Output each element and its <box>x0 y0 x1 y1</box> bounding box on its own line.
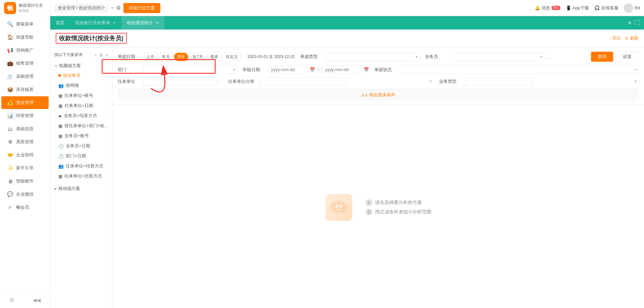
panel-settings-icon[interactable]: ⚙ <box>99 52 103 58</box>
sidebar-item-wechat[interactable]: 💬 企业微信 <box>1 188 49 201</box>
tree-item-by-detail[interactable]: 👥 按明细 <box>50 81 112 91</box>
sidebar-item-purchase[interactable]: 🛒 采购管理 <box>1 70 49 83</box>
username: Rit <box>635 5 640 10</box>
business-type-select[interactable] <box>465 77 532 86</box>
notification-item[interactable]: 🔔 消息 99+ <box>535 5 560 11</box>
tree-mobile-parent[interactable]: ▶ 移动端方案 <box>50 184 112 193</box>
sidebar-item-inventory[interactable]: 📦 库存核算 <box>1 83 49 96</box>
doc-type-select[interactable] <box>326 53 420 61</box>
sidebar-settings-btn[interactable]: ⚙ <box>7 295 16 305</box>
filter-row-3: 往来单位 … 往来单位分类 业务类型 <box>118 77 639 86</box>
panel-header-label: 按以下方案查询 <box>54 52 83 58</box>
empty-steps: 1 请先选择要分析的方案 2 用过滤条件来缩小分析范围 <box>366 199 431 215</box>
tree-item-salesperson-settlement[interactable]: ▰ 业务员+结算方式 <box>50 111 112 121</box>
sidebar-item-marketing[interactable]: 📢 营销推广 <box>1 44 49 57</box>
refresh-btn[interactable]: ↻ 刷新 <box>625 35 639 41</box>
date-btn-this-year[interactable]: 本年 <box>174 53 188 61</box>
date-options-group: 上月 本月 本年 近7天 更多 自定义 <box>143 53 241 61</box>
review-date-end[interactable] <box>322 65 362 74</box>
online-service-item[interactable]: 🎧 在线客服 <box>594 5 619 11</box>
sidebar-bottom: ⚙ ◀◀ <box>0 292 50 308</box>
doc-status-label: 单据状态 <box>374 67 394 73</box>
sidebar-item-quicknav[interactable]: 🏠 快捷导航 <box>1 31 49 44</box>
partner-more-icon[interactable]: … <box>218 79 223 84</box>
sidebar-item-search[interactable]: 🔍 搜索菜单 <box>1 18 49 31</box>
step-1-num: 1 <box>366 199 372 206</box>
tree-item-dept-date[interactable]: 🕐 部门+日期 <box>50 151 112 161</box>
user-item[interactable]: Rit <box>624 3 640 13</box>
sidebar-item-funds[interactable]: 💰 资金管理 <box>1 96 49 109</box>
tree-item-unit-settlement1[interactable]: 👥 往来单位+结算方式 <box>50 161 112 171</box>
tree-item-unit-date[interactable]: ▦ 往来单位+日期 <box>50 101 112 111</box>
filter-row-2: 部门 审核日期 📅 — 📅 单据状态 <box>118 65 639 74</box>
date-btn-more[interactable]: 更多 <box>207 53 221 61</box>
tab-close-all-icon[interactable]: ✕ <box>628 20 632 26</box>
query-btn[interactable]: 查询 <box>591 52 613 62</box>
tree-item-unit-settlement2[interactable]: ▦ 往来单位+结算方式 <box>50 171 112 181</box>
salesperson-select[interactable] <box>450 53 544 61</box>
sidebar-item-member[interactable]: ✓ 畅会员 <box>1 201 49 214</box>
table4-icon: ▦ <box>58 134 62 139</box>
sidebar-collapse-btn[interactable]: ◀◀ <box>31 295 43 305</box>
panel-collapse-icon[interactable]: « <box>105 52 108 58</box>
empty-robot-icon <box>325 194 352 221</box>
tab-bank[interactable]: 现金银行流水查询 ✕ <box>70 16 121 30</box>
collapse-bar[interactable]: ∧∧ 收起更多条件 <box>118 89 639 101</box>
sidebar-item-sales[interactable]: 💼 销售管理 <box>1 57 49 70</box>
tree-item-salesperson-date[interactable]: 🕐 业务员+日期 <box>50 141 112 151</box>
sales-icon: 💼 <box>7 60 13 66</box>
panel-header: 按以下方案查询 + ⚙ « <box>50 50 112 60</box>
doc-status-select[interactable] <box>400 65 639 74</box>
filter-row-1: 单据日期 上月 本月 本年 近7天 更多 自定义 2023-01-01 至 20… <box>118 51 639 62</box>
tab-expand-icon[interactable]: ⛶ <box>635 20 640 26</box>
sidebar-item-guide[interactable]: ✨ 新手引导 <box>1 162 49 174</box>
sidebar-item-enterprise[interactable]: 🤝 企业协同 <box>1 149 49 161</box>
purchase-icon: 🛒 <box>7 73 13 80</box>
tree-item-salesperson-account[interactable]: ▦ 业务员+账号 <box>50 131 112 141</box>
partner-input[interactable] <box>143 77 217 86</box>
tree-desktop: ▼ 电脑端方案 按业务员 👥 按明细 ▦ 往来单位+账号 ▦ <box>50 60 112 183</box>
tree-item-unit-account[interactable]: ▦ 往来单位+账号 <box>50 91 112 101</box>
date-btn-last-month[interactable]: 上月 <box>143 53 157 61</box>
partner-type-select[interactable] <box>260 77 347 86</box>
date-btn-this-month[interactable]: 本月 <box>159 53 173 61</box>
dept-select[interactable] <box>143 65 237 74</box>
calendar-end-icon[interactable]: 📅 <box>364 67 369 72</box>
settings-btn[interactable]: 设置 <box>616 51 639 62</box>
calendar-start-icon[interactable]: 📅 <box>310 67 315 72</box>
tab-home[interactable]: 首页 <box>50 16 70 30</box>
table2-icon: ▦ <box>58 103 62 108</box>
topbar-settings-icon[interactable]: ⚙ <box>116 5 121 11</box>
guide-icon: ✨ <box>7 165 13 171</box>
tab-bank-close-icon[interactable]: ✕ <box>113 20 116 25</box>
tree-arrow-down-icon: ▼ <box>54 64 58 68</box>
sidebar-item-basic[interactable]: 🗂 基础信息 <box>1 122 49 135</box>
date-btn-custom[interactable]: 自定义 <box>223 53 241 61</box>
salesperson-more-icon[interactable]: … <box>546 54 550 59</box>
export-btn[interactable]: ↑ 导出 <box>609 35 621 41</box>
empty-state: 1 请先选择要分析的方案 2 用过滤条件来缩小分析范围 <box>112 105 644 308</box>
people2-icon: 👥 <box>58 164 64 169</box>
export-icon: ↑ <box>609 36 611 41</box>
sidebar-nav: 🔍 搜索菜单 🏠 快捷导航 📢 营销推广 💼 销售管理 🛒 采购管理 📦 库存核… <box>0 16 50 292</box>
sidebar-item-operations[interactable]: 📊 经营管理 <box>1 109 49 122</box>
review-date-start[interactable] <box>268 65 308 74</box>
date-btn-last7[interactable]: 近7天 <box>190 53 206 61</box>
sidebar-item-hardware[interactable]: 🖥 智能硬件 <box>1 175 49 188</box>
sidebar-item-system[interactable]: ⚙ 系统管理 <box>1 136 49 148</box>
doc-type-label: 单据类型 <box>300 54 320 60</box>
tree-item-unit-dept-receipt[interactable]: ▦ 按往来单位+部门+收... <box>50 121 112 131</box>
business-type-label: 业务类型 <box>439 79 459 85</box>
step-2-num: 2 <box>366 209 372 215</box>
tree-desktop-parent[interactable]: ▼ 电脑端方案 <box>50 61 112 70</box>
breadcrumb-dropdown-icon[interactable]: ▾ <box>111 5 113 10</box>
tree-item-by-salesperson[interactable]: 按业务员 <box>50 70 112 81</box>
filter-area: 单据日期 上月 本月 本年 近7天 更多 自定义 2023-01-01 至 20… <box>112 47 644 105</box>
tab-receipt-close-icon[interactable]: ✕ <box>156 20 159 25</box>
page-header-actions: ↑ 导出 ↻ 刷新 <box>609 35 639 41</box>
tab-receipt[interactable]: 收款情况统计 ✕ <box>121 16 164 30</box>
panel-add-icon[interactable]: + <box>94 52 97 58</box>
partner-wrapper: … <box>143 77 223 86</box>
app-download-item[interactable]: 📱 App下载 <box>566 5 589 11</box>
trial-btn[interactable]: 体验行业方案 <box>123 3 160 13</box>
